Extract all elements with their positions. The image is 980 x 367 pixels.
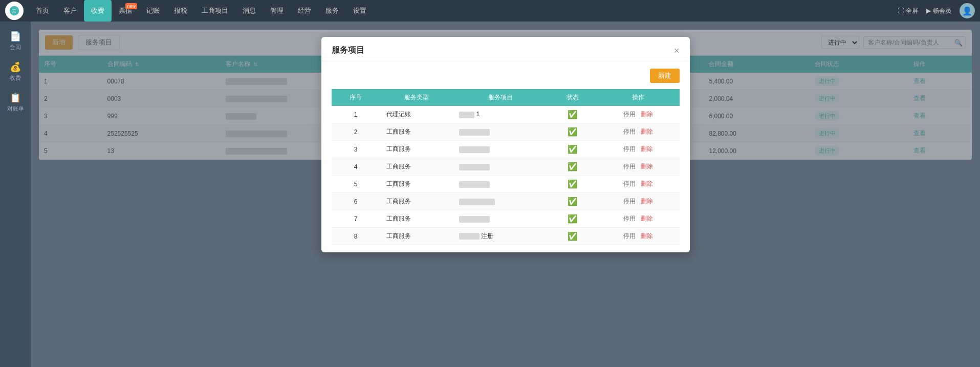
status-check-icon: ✅ — [568, 214, 578, 223]
list-item: 6 工商服务 ✅ 停用 删除 — [332, 193, 680, 210]
sidebar: 📄 合同 💰 收费 📋 对账单 — [0, 21, 31, 367]
service-modal: 服务项目 × 新建 序号 服务类型 服务项目 — [321, 37, 690, 252]
modal-col-type: 服务类型 — [380, 89, 453, 106]
modal-cell-item — [453, 210, 548, 228]
nav-home[interactable]: 首页 — [29, 0, 56, 21]
modal-cell-type: 工商服务 — [380, 176, 453, 193]
modal-cell-action: 停用 删除 — [597, 228, 679, 245]
modal-cell-action: 停用 删除 — [597, 141, 679, 158]
stop-btn[interactable]: 停用 — [623, 128, 636, 135]
modal-cell-item — [453, 123, 548, 141]
nav-tax[interactable]: 报税 — [167, 0, 194, 21]
modal-cell-seq: 4 — [332, 158, 380, 176]
vip-btn[interactable]: ▶畅会员 — [926, 7, 951, 15]
stop-btn[interactable]: 停用 — [623, 232, 636, 240]
modal-cell-seq: 7 — [332, 210, 380, 228]
nav-message[interactable]: 消息 — [235, 0, 263, 21]
sidebar-label-contract: 合同 — [10, 44, 21, 51]
delete-btn[interactable]: 删除 — [641, 180, 653, 187]
delete-btn[interactable]: 删除 — [641, 163, 653, 170]
new-service-btn[interactable]: 新建 — [650, 69, 680, 83]
modal-cell-action: 停用 删除 — [597, 106, 679, 123]
modal-col-status: 状态 — [548, 89, 597, 106]
nav-operation[interactable]: 经营 — [291, 0, 318, 21]
modal-title: 服务项目 — [332, 45, 364, 56]
modal-cell-type: 代理记账 — [380, 106, 453, 123]
stop-btn[interactable]: 停用 — [623, 111, 636, 118]
list-item: 2 工商服务 ✅ 停用 删除 — [332, 123, 680, 141]
modal-cell-item — [453, 158, 548, 176]
modal-cell-seq: 5 — [332, 176, 380, 193]
modal-cell-status: ✅ — [548, 210, 597, 228]
avatar[interactable]: 👤 — [960, 3, 975, 18]
stop-btn[interactable]: 停用 — [623, 180, 636, 187]
modal-cell-status: ✅ — [548, 193, 597, 210]
nav-service[interactable]: 服务 — [318, 0, 346, 21]
modal-cell-type: 工商服务 — [380, 210, 453, 228]
delete-btn[interactable]: 删除 — [641, 215, 653, 222]
nav-fee[interactable]: 收费 — [84, 0, 112, 21]
modal-cell-type: 工商服务 — [380, 228, 453, 245]
reconcile-icon: 📋 — [10, 92, 21, 103]
delete-btn[interactable]: 删除 — [641, 145, 653, 153]
layout: 📄 合同 💰 收费 📋 对账单 新增 服务项目 进行中 已完成 已终止 — [0, 21, 980, 367]
status-check-icon: ✅ — [568, 110, 578, 119]
list-item: 1 代理记账 1 ✅ 停用 删除 — [332, 106, 680, 123]
stop-btn[interactable]: 停用 — [623, 215, 636, 222]
modal-cell-action: 停用 删除 — [597, 193, 679, 210]
nav-invoice[interactable]: 票据 new — [112, 0, 139, 21]
sidebar-item-fee[interactable]: 💰 收费 — [2, 57, 29, 86]
sidebar-item-reconcile[interactable]: 📋 对账单 — [2, 88, 29, 117]
nav-right: ⛶全屏 ▶畅会员 👤 — [898, 3, 975, 18]
sidebar-item-contract[interactable]: 📄 合同 — [2, 27, 29, 55]
modal-col-item: 服务项目 — [453, 89, 548, 106]
modal-cell-item: 注册 — [453, 228, 548, 245]
modal-close-btn[interactable]: × — [674, 46, 680, 55]
modal-cell-status: ✅ — [548, 141, 597, 158]
modal-cell-type: 工商服务 — [380, 158, 453, 176]
status-check-icon: ✅ — [568, 127, 578, 136]
nav-settings[interactable]: 设置 — [346, 0, 374, 21]
modal-cell-seq: 8 — [332, 228, 380, 245]
overlay[interactable]: 服务项目 × 新建 序号 服务类型 服务项目 — [31, 21, 980, 367]
nav-manage[interactable]: 管理 — [263, 0, 291, 21]
list-item: 3 工商服务 ✅ 停用 删除 — [332, 141, 680, 158]
modal-cell-type: 工商服务 — [380, 123, 453, 141]
modal-cell-seq: 3 — [332, 141, 380, 158]
modal-cell-seq: 1 — [332, 106, 380, 123]
fullscreen-btn[interactable]: ⛶全屏 — [898, 7, 918, 15]
stop-btn[interactable]: 停用 — [623, 145, 636, 153]
list-item: 7 工商服务 ✅ 停用 删除 — [332, 210, 680, 228]
stop-btn[interactable]: 停用 — [623, 163, 636, 170]
modal-header: 服务项目 × — [321, 37, 690, 61]
modal-cell-status: ✅ — [548, 228, 597, 245]
delete-btn[interactable]: 删除 — [641, 232, 653, 240]
modal-cell-item — [453, 176, 548, 193]
status-check-icon: ✅ — [568, 232, 578, 241]
contract-icon: 📄 — [10, 31, 21, 42]
modal-cell-item — [453, 141, 548, 158]
nav-customer[interactable]: 客户 — [56, 0, 84, 21]
modal-cell-item — [453, 193, 548, 210]
nav-items: 首页 客户 收费 票据 new 记账 报税 工商项目 消息 管理 经营 服务 设… — [29, 0, 374, 21]
list-item: 8 工商服务 注册 ✅ 停用 删除 — [332, 228, 680, 245]
stop-btn[interactable]: 停用 — [623, 198, 636, 205]
modal-cell-action: 停用 删除 — [597, 176, 679, 193]
nav-business[interactable]: 工商项目 — [194, 0, 235, 21]
delete-btn[interactable]: 删除 — [641, 111, 653, 118]
delete-btn[interactable]: 删除 — [641, 198, 653, 205]
modal-cell-status: ✅ — [548, 106, 597, 123]
modal-cell-item: 1 — [453, 106, 548, 123]
svg-text:云: 云 — [12, 9, 16, 14]
modal-scroll[interactable]: 序号 服务类型 服务项目 状态 操作 1 代理记账 1 ✅ 停用 删除 — [332, 89, 680, 245]
status-check-icon: ✅ — [568, 145, 578, 154]
modal-cell-status: ✅ — [548, 158, 597, 176]
nav-bookkeeping[interactable]: 记账 — [139, 0, 167, 21]
modal-cell-action: 停用 删除 — [597, 123, 679, 141]
modal-body: 新建 序号 服务类型 服务项目 状态 操作 — [321, 61, 690, 252]
delete-btn[interactable]: 删除 — [641, 128, 653, 135]
modal-col-seq: 序号 — [332, 89, 380, 106]
sidebar-label-fee: 收费 — [10, 74, 21, 82]
modal-cell-seq: 2 — [332, 123, 380, 141]
modal-cell-status: ✅ — [548, 123, 597, 141]
